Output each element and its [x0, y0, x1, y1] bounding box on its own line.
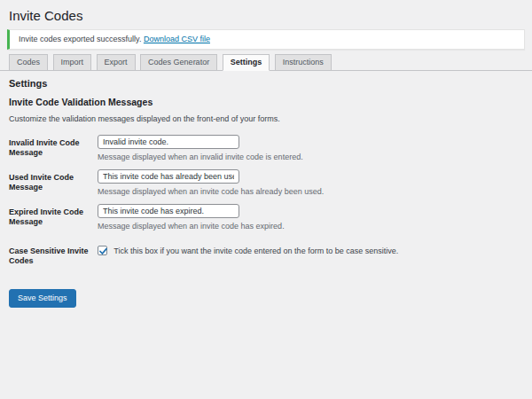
intro-text: Customize the validation messages displa…: [9, 114, 523, 123]
tab-codes-generator[interactable]: Codes Generator: [140, 54, 217, 71]
form-row-invalid-message: Invalid Invite Code Message Message disp…: [9, 135, 523, 161]
tab-instructions[interactable]: Instructions: [275, 54, 332, 71]
tab-settings[interactable]: Settings: [223, 54, 270, 71]
settings-heading: Settings: [9, 78, 523, 89]
validation-messages-heading: Invite Code Validation Messages: [9, 97, 523, 107]
expired-message-input[interactable]: [98, 204, 239, 218]
expired-message-label: Expired Invite Code Message: [9, 204, 98, 231]
settings-panel: Settings Invite Code Validation Messages…: [0, 78, 532, 307]
form-row-used-message: Used Invite Code Message Message display…: [9, 169, 523, 196]
used-message-label: Used Invite Code Message: [9, 169, 98, 196]
save-settings-button[interactable]: Save Settings: [9, 289, 76, 308]
used-message-input[interactable]: [98, 169, 239, 184]
tab-import[interactable]: Import: [53, 54, 92, 71]
case-sensitive-label: Case Sensitive Invite Codes: [9, 243, 98, 266]
tab-bar: Codes Import Export Codes Generator Sett…: [0, 54, 532, 71]
tab-codes[interactable]: Codes: [9, 54, 48, 71]
success-notice: Invite codes exported successfully. Down…: [7, 29, 525, 51]
download-csv-link[interactable]: Download CSV file: [144, 35, 210, 43]
form-row-expired-message: Expired Invite Code Message Message disp…: [9, 204, 523, 231]
notice-message: Invite codes exported successfully.: [19, 35, 141, 43]
invalid-message-label: Invalid Invite Code Message: [9, 135, 98, 161]
used-message-description: Message displayed when an invite code ha…: [98, 187, 324, 196]
form-row-case-sensitive: Case Sensitive Invite Codes Tick this bo…: [9, 243, 523, 266]
check-icon: [98, 246, 108, 256]
invalid-message-description: Message displayed when an invalid invite…: [98, 153, 303, 161]
expired-message-description: Message displayed when an invite code ha…: [98, 222, 285, 231]
page-title: Invite Codes: [9, 7, 532, 25]
invalid-message-input[interactable]: [98, 135, 239, 149]
tab-export[interactable]: Export: [97, 54, 136, 71]
case-sensitive-checkbox[interactable]: [98, 246, 107, 255]
case-sensitive-description: Tick this box if you want the invite cod…: [113, 246, 398, 255]
